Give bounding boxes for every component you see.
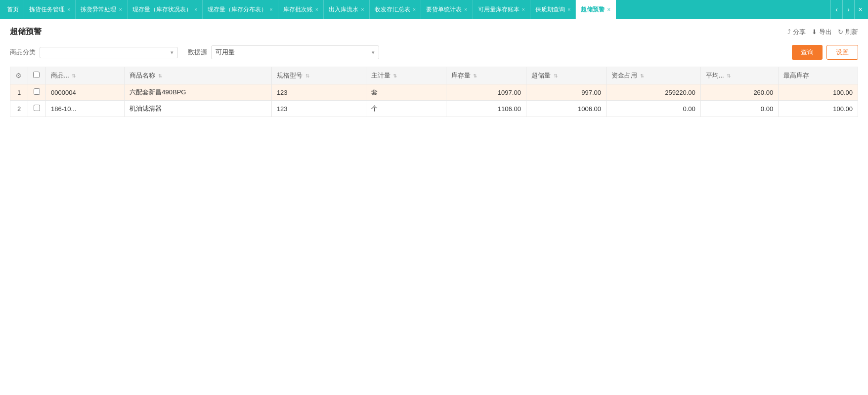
close-icon[interactable]: × — [315, 6, 318, 12]
nav-arrows: ‹ › × — [830, 0, 866, 19]
th-checkbox[interactable] — [28, 67, 46, 84]
datasource-filter-item: 数据源 可用量 ▾ — [188, 45, 379, 59]
cell-spec: 123 — [271, 84, 366, 101]
close-icon[interactable]: × — [269, 6, 272, 12]
cell-capital: 0.00 — [607, 101, 701, 117]
page-title: 超储预警 — [10, 27, 42, 37]
nav-tab-summary[interactable]: 收发存汇总表 × — [370, 0, 421, 19]
table-header-row: ⚙ 商品... ⇅ 商品名称 ⇅ 规格型号 ⇅ 主计量 — [10, 67, 858, 84]
close-icon[interactable]: × — [67, 6, 70, 12]
nav-tab-inventory-status[interactable]: 现存量（库存状况表） × — [128, 0, 203, 19]
page-header: 超储预警 ⤴ 分享 ⬇ 导出 ↻ 刷新 — [10, 27, 858, 37]
sort-icon: ⇅ — [640, 73, 644, 79]
cell-overstock: 1006.00 — [526, 101, 606, 117]
cell-max-stock: 100.00 — [779, 101, 858, 117]
nav-tab-picking-exception[interactable]: 拣货异常处理 × — [76, 0, 127, 19]
cell-capital: 259220.00 — [607, 84, 701, 101]
nav-tab-order-stats[interactable]: 要货单统计表 × — [421, 0, 473, 19]
nav-close-button[interactable]: × — [854, 0, 866, 19]
cell-stock: 1106.00 — [446, 101, 526, 117]
nav-tab-home[interactable]: 首页 — [2, 0, 24, 19]
export-button[interactable]: ⬇ 导出 — [812, 28, 832, 37]
th-capital[interactable]: 资金占用 ⇅ — [607, 67, 701, 84]
datasource-select[interactable]: 可用量 ▾ — [211, 45, 379, 59]
th-max-stock: 最高库存 — [779, 67, 858, 84]
nav-tab-available-account[interactable]: 可用量库存账本 × — [473, 0, 530, 19]
cell-max-stock: 100.00 — [779, 84, 858, 101]
gear-icon[interactable]: ⚙ — [15, 72, 22, 79]
close-icon[interactable]: × — [413, 6, 416, 12]
row-checkbox-cell[interactable] — [28, 84, 46, 101]
category-filter-item: 商品分类 ▾ — [10, 47, 178, 58]
cell-avg: 0.00 — [700, 101, 778, 117]
top-nav: 首页 拣货任务管理 × 拣货异常处理 × 现存量（库存状况表） × 现存量（库存… — [0, 0, 868, 19]
cell-avg: 260.00 — [700, 84, 778, 101]
data-table: ⚙ 商品... ⇅ 商品名称 ⇅ 规格型号 ⇅ 主计量 — [10, 67, 858, 117]
nav-tab-shelf-life[interactable]: 保质期查询 × — [530, 0, 576, 19]
close-icon[interactable]: × — [567, 6, 570, 12]
nav-tab-picking-task[interactable]: 拣货任务管理 × — [24, 0, 76, 19]
sort-icon: ⇅ — [393, 73, 397, 79]
query-button[interactable]: 查询 — [792, 45, 823, 60]
chevron-down-icon: ▾ — [171, 49, 174, 56]
nav-next-button[interactable]: › — [842, 0, 854, 19]
cell-product-code: 186-10... — [46, 101, 125, 117]
filter-row: 商品分类 ▾ 数据源 可用量 ▾ 查询 设置 — [10, 45, 858, 60]
cell-unit: 套 — [366, 84, 446, 101]
row-checkbox[interactable] — [34, 88, 40, 95]
th-spec[interactable]: 规格型号 ⇅ — [271, 67, 366, 84]
cell-product-name: 六配套新昌490BPG — [125, 84, 272, 101]
th-avg[interactable]: 平均... ⇅ — [700, 67, 778, 84]
datasource-value: 可用量 — [216, 48, 235, 57]
th-product-code[interactable]: 商品... ⇅ — [46, 67, 125, 84]
datasource-label: 数据源 — [188, 48, 207, 57]
cell-product-name: 机油滤清器 — [125, 101, 272, 117]
close-icon[interactable]: × — [464, 6, 467, 12]
close-icon[interactable]: × — [119, 6, 122, 12]
nav-tab-inout-flow[interactable]: 出入库流水 × — [324, 0, 369, 19]
nav-tab-overstock[interactable]: 超储预警 × — [576, 0, 615, 19]
table-row: 2 186-10... 机油滤清器 123 个 1106.00 1006.00 … — [10, 101, 858, 117]
th-settings[interactable]: ⚙ — [10, 67, 28, 84]
row-number: 1 — [10, 84, 28, 101]
cell-stock: 1097.00 — [446, 84, 526, 101]
sort-icon: ⇅ — [158, 73, 162, 79]
row-checkbox-cell[interactable] — [28, 101, 46, 117]
header-actions: ⤴ 分享 ⬇ 导出 ↻ 刷新 — [787, 28, 858, 37]
close-icon[interactable]: × — [361, 6, 364, 12]
select-all-checkbox[interactable] — [33, 72, 40, 78]
sort-icon: ⇅ — [554, 73, 558, 79]
row-number: 2 — [10, 101, 28, 117]
sort-icon: ⇅ — [727, 73, 731, 79]
category-select[interactable]: ▾ — [40, 47, 178, 58]
page-content: 超储预警 ⤴ 分享 ⬇ 导出 ↻ 刷新 商品分类 ▾ 数据源 — [0, 19, 868, 125]
close-icon[interactable]: × — [607, 6, 610, 12]
refresh-icon: ↻ — [838, 28, 843, 36]
nav-tab-batch-account[interactable]: 库存批次账 × — [278, 0, 324, 19]
chevron-down-icon: ▾ — [372, 49, 375, 56]
share-button[interactable]: ⤴ 分享 — [787, 28, 806, 37]
th-stock[interactable]: 库存量 ⇅ — [446, 67, 526, 84]
sort-icon: ⇅ — [305, 73, 309, 79]
refresh-button[interactable]: ↻ 刷新 — [838, 28, 858, 37]
cell-product-code: 0000004 — [46, 84, 125, 101]
share-icon: ⤴ — [787, 28, 791, 36]
th-product-name[interactable]: 商品名称 ⇅ — [125, 67, 272, 84]
close-icon[interactable]: × — [522, 6, 525, 12]
cell-spec: 123 — [271, 101, 366, 117]
category-label: 商品分类 — [10, 48, 36, 57]
close-icon[interactable]: × — [194, 6, 197, 12]
nav-prev-button[interactable]: ‹ — [830, 0, 842, 19]
th-overstock[interactable]: 超储量 ⇅ — [526, 67, 606, 84]
cell-overstock: 997.00 — [526, 84, 606, 101]
sort-icon: ⇅ — [72, 73, 76, 79]
cell-unit: 个 — [366, 101, 446, 117]
table-row: 1 0000004 六配套新昌490BPG 123 套 1097.00 997.… — [10, 84, 858, 101]
nav-tab-inventory-dist[interactable]: 现存量（库存分布表） × — [203, 0, 278, 19]
th-unit[interactable]: 主计量 ⇅ — [366, 67, 446, 84]
row-checkbox[interactable] — [34, 105, 40, 111]
settings-button[interactable]: 设置 — [826, 45, 858, 60]
filter-actions: 查询 设置 — [792, 45, 858, 60]
sort-icon: ⇅ — [473, 73, 477, 79]
export-icon: ⬇ — [812, 28, 817, 36]
